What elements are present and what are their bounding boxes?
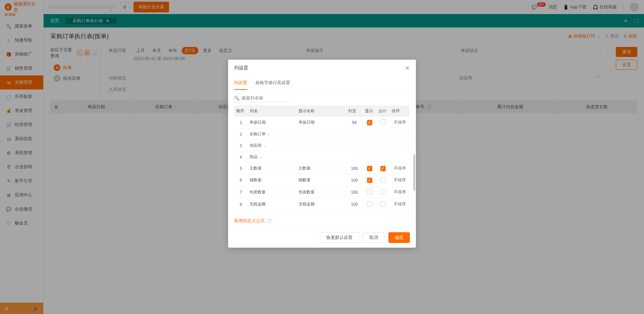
cell-width[interactable]: 100 bbox=[346, 174, 363, 186]
cell-display[interactable]: 无税金额 bbox=[297, 198, 346, 210]
add-formula-link[interactable]: 新增自定义公式 bbox=[234, 218, 265, 223]
columns-table: 顺序 列名 显示名称 列宽 显示 合计 排序 1单据日期单据日期94✓不排序2采… bbox=[234, 106, 410, 210]
cell-order: 5 bbox=[234, 163, 248, 174]
checkbox[interactable]: ✓ bbox=[367, 120, 372, 125]
modal-tab-font[interactable]: 表格字体行高设置 bbox=[255, 76, 290, 90]
cell-name[interactable]: 商品⌄ bbox=[248, 151, 410, 163]
cancel-button[interactable]: 取消 bbox=[363, 232, 384, 243]
close-icon[interactable]: ✕ bbox=[405, 64, 410, 72]
cell-order: 3 bbox=[234, 140, 248, 151]
cell-name: 包装数量 bbox=[248, 186, 297, 198]
th-show: 显示 bbox=[363, 106, 376, 117]
column-row[interactable]: 4商品⌄ bbox=[234, 151, 410, 163]
chevron-down-icon: ⌄ bbox=[267, 131, 271, 136]
column-row[interactable]: 5主数量主数量100✓✓不排序 bbox=[234, 163, 410, 174]
search-icon: 🔍 bbox=[234, 96, 239, 101]
help-icon[interactable]: ? bbox=[267, 219, 272, 224]
cell-order: 1 bbox=[234, 117, 248, 129]
checkbox[interactable] bbox=[367, 189, 372, 194]
cell-sort[interactable]: 不排序 bbox=[390, 186, 410, 198]
restore-button[interactable]: 恢复默认设置 bbox=[320, 232, 359, 243]
th-name: 列名 bbox=[248, 106, 297, 117]
cell-order: 8 bbox=[234, 198, 248, 210]
cell-width[interactable]: 94 bbox=[346, 117, 363, 129]
column-row[interactable]: 2采购订单⌄ bbox=[234, 129, 410, 140]
cell-order: 2 bbox=[234, 129, 248, 140]
cell-name: 单据日期 bbox=[248, 117, 297, 129]
cell-sort[interactable]: 不排序 bbox=[390, 117, 410, 129]
scrollbar[interactable] bbox=[413, 154, 415, 191]
cell-display[interactable]: 单据日期 bbox=[297, 117, 346, 129]
cell-sort[interactable]: 不排序 bbox=[390, 198, 410, 210]
cell-width[interactable]: 100 bbox=[346, 163, 363, 174]
cell-order: 4 bbox=[234, 151, 248, 163]
cell-order: 7 bbox=[234, 186, 248, 198]
column-row[interactable]: 8无税金额无税金额100不排序 bbox=[234, 198, 410, 210]
column-row[interactable]: 6辅数量辅数量100✓不排序 bbox=[234, 174, 410, 186]
cell-name: 无税金额 bbox=[248, 198, 297, 210]
cell-name: 辅数量 bbox=[248, 174, 297, 186]
checkbox[interactable] bbox=[367, 201, 372, 206]
th-width: 列宽 bbox=[346, 106, 363, 117]
cell-name[interactable]: 采购订单⌄ bbox=[248, 129, 410, 140]
cell-width[interactable]: 100 bbox=[346, 198, 363, 210]
column-row[interactable]: 7包装数量包装数量100不排序 bbox=[234, 186, 410, 198]
column-settings-modal: 列设置 ✕ 列设置 表格字体行高设置 🔍 顺序 列名 显示名称 bbox=[228, 60, 416, 248]
modal-title: 列设置 bbox=[234, 65, 248, 71]
cell-order: 6 bbox=[234, 174, 248, 186]
checkbox[interactable] bbox=[380, 189, 386, 194]
column-row[interactable]: 3供应商⌄ bbox=[234, 140, 410, 151]
checkbox[interactable] bbox=[380, 201, 386, 206]
checkbox[interactable]: ✓ bbox=[380, 166, 386, 171]
checkbox[interactable] bbox=[380, 119, 386, 125]
cell-sort[interactable]: 不排序 bbox=[390, 174, 410, 186]
cell-display[interactable]: 包装数量 bbox=[297, 186, 346, 198]
ok-button[interactable]: 确定 bbox=[388, 232, 410, 243]
column-search[interactable]: 🔍 bbox=[234, 94, 291, 102]
cell-display[interactable]: 辅数量 bbox=[297, 174, 346, 186]
cell-sort[interactable]: 不排序 bbox=[390, 163, 410, 174]
chevron-down-icon: ⌄ bbox=[259, 154, 263, 159]
chevron-down-icon: ⌄ bbox=[263, 143, 267, 148]
cell-name: 主数量 bbox=[248, 163, 297, 174]
th-order: 顺序 bbox=[234, 106, 248, 117]
modal-overlay: 列设置 ✕ 列设置 表格字体行高设置 🔍 顺序 列名 显示名称 bbox=[0, 0, 644, 314]
checkbox[interactable]: ✓ bbox=[367, 178, 372, 183]
th-sum: 合计 bbox=[376, 106, 390, 117]
cell-name[interactable]: 供应商⌄ bbox=[248, 140, 410, 151]
search-input[interactable] bbox=[241, 96, 298, 101]
cell-display[interactable]: 主数量 bbox=[297, 163, 346, 174]
modal-tab-columns[interactable]: 列设置 bbox=[234, 76, 247, 90]
column-row[interactable]: 1单据日期单据日期94✓不排序 bbox=[234, 117, 410, 129]
checkbox[interactable]: ✓ bbox=[367, 166, 372, 171]
th-display: 显示名称 bbox=[297, 106, 346, 117]
cell-width[interactable]: 100 bbox=[346, 186, 363, 198]
th-sort: 排序 bbox=[390, 106, 410, 117]
checkbox[interactable] bbox=[380, 177, 386, 182]
